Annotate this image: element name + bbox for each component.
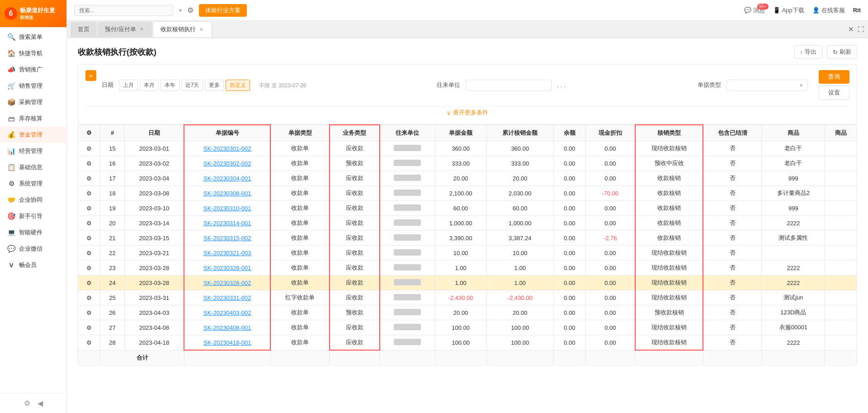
cell-gear[interactable]: ⚙: [78, 290, 100, 305]
cell-balance: 0.00: [554, 186, 585, 201]
cell-date: 2023-03-02: [124, 156, 184, 171]
filter-bill-type-select[interactable]: ▾: [726, 80, 808, 91]
filter-date-buttons: 上月 本月 本年 近7天 更多 自定义: [119, 80, 250, 91]
cell-biz-type: 应收款: [330, 201, 380, 216]
member-icon: V: [7, 262, 15, 269]
sidebar-item-marketing-label: 营销推广: [19, 66, 42, 74]
filter-7days[interactable]: 近7天: [181, 80, 203, 91]
sidebar-item-corp[interactable]: 🤝 企业协同: [0, 192, 66, 208]
col-gear[interactable]: ⚙: [78, 125, 100, 141]
cell-include-settled: 否: [703, 156, 762, 171]
cell-writeoff-type: 现结收款核销: [635, 141, 703, 156]
cell-partner: [380, 201, 435, 216]
sidebar-item-inventory[interactable]: 🗃 库存核算: [0, 110, 66, 127]
cell-gear[interactable]: ⚙: [78, 246, 100, 261]
table-row: ⚙ 16 2023-03-02 SK-20230302-002 收款单 预收款 …: [78, 156, 857, 171]
cell-writeoff-type: 收款核销: [635, 171, 703, 186]
cell-writeoff-amount: 20.00: [486, 171, 553, 186]
cell-gear[interactable]: ⚙: [78, 320, 100, 335]
cell-gear[interactable]: ⚙: [78, 201, 100, 216]
sidebar-item-basic-label: 基础信息: [19, 163, 42, 171]
cell-gear[interactable]: ⚙: [78, 231, 100, 246]
cell-balance: 0.00: [554, 335, 585, 351]
filter-partner-dots[interactable]: ...: [557, 81, 567, 89]
cell-gear[interactable]: ⚙: [78, 216, 100, 231]
cell-gear[interactable]: ⚙: [78, 275, 100, 290]
cell-discount: 0.00: [585, 141, 635, 156]
cell-no: 23: [100, 261, 124, 275]
sidebar-item-marketing[interactable]: 📣 营销推广: [0, 62, 66, 78]
tab-prepay[interactable]: 预付/应付单 ✕: [98, 22, 152, 37]
filter-more-date[interactable]: 更多: [205, 80, 224, 91]
user-area[interactable]: Rit: [853, 7, 861, 14]
sidebar-item-member[interactable]: V 畅会员: [0, 257, 66, 273]
topbar-gear-icon[interactable]: ⚙: [187, 6, 193, 14]
query-button[interactable]: 查询: [819, 70, 849, 84]
cell-product: 测试多属性: [762, 231, 825, 246]
sidebar-item-guide[interactable]: 🎯 新手引导: [0, 208, 66, 224]
filter-last-month[interactable]: 上月: [119, 80, 138, 91]
topbar-search-input[interactable]: [74, 5, 174, 16]
refresh-button[interactable]: ↻ 刷新: [827, 45, 857, 59]
filter-expand-button[interactable]: »: [85, 70, 96, 81]
filter-this-year[interactable]: 本年: [160, 80, 179, 91]
cell-gear[interactable]: ⚙: [78, 171, 100, 186]
tab-expand-icon[interactable]: ⛶: [858, 25, 864, 33]
export-button[interactable]: ↑ 导出: [794, 45, 823, 59]
solution-button[interactable]: 体验行业方案: [199, 4, 247, 17]
online-service-btn[interactable]: 👤 在线客服: [812, 6, 845, 14]
cell-bill-type: 红字收款单: [270, 290, 329, 305]
collapse-icon[interactable]: ◀: [36, 397, 45, 409]
col-biz-type: 业务类型: [330, 125, 380, 141]
sidebar-item-operation[interactable]: 📊 经营管理: [0, 143, 66, 159]
sidebar-item-sales[interactable]: 🛒 销售管理: [0, 78, 66, 94]
settings-icon[interactable]: ⚙: [22, 397, 32, 409]
col-bill-type: 单据类型: [270, 125, 329, 141]
cell-gear[interactable]: ⚙: [78, 335, 100, 351]
topbar-dropdown-arrow[interactable]: ▾: [179, 7, 182, 14]
app-download-btn[interactable]: 📱 App下载: [773, 6, 804, 14]
sidebar-item-wechat[interactable]: 💬 企业微信: [0, 241, 66, 257]
message-badge[interactable]: 💬 消息 99+: [744, 6, 765, 14]
cell-gear[interactable]: ⚙: [78, 141, 100, 156]
tab-home[interactable]: 首页: [71, 22, 97, 37]
tab-close-all-icon[interactable]: ✕: [848, 25, 854, 33]
cell-partner: [380, 261, 435, 275]
cell-product: 衣服00001: [762, 320, 825, 335]
tab-prepay-close[interactable]: ✕: [139, 26, 145, 33]
tab-collection[interactable]: 收款核销执行 ✕: [153, 21, 212, 37]
sidebar-item-basic[interactable]: 📋 基础信息: [0, 159, 66, 176]
cell-date: 2023-03-08: [124, 186, 184, 201]
sidebar-item-search[interactable]: 🔍 搜索菜单: [0, 29, 66, 45]
cell-discount: 0.00: [585, 305, 635, 320]
cell-gear[interactable]: ⚙: [78, 186, 100, 201]
cell-product2: [825, 335, 857, 351]
filter-date-label: 日期: [102, 81, 113, 89]
cell-gear[interactable]: ⚙: [78, 156, 100, 171]
table-row: ⚙ 21 2023-03-15 SK-20230315-002 收款单 应收款 …: [78, 231, 857, 246]
filter-this-month[interactable]: 本月: [140, 80, 159, 91]
expand-more-conditions[interactable]: ∨ 展开更多条件: [85, 106, 849, 119]
cell-gear[interactable]: ⚙: [78, 261, 100, 275]
cell-gear[interactable]: ⚙: [78, 305, 100, 320]
cell-bill-no: SK-20230328-001: [184, 261, 270, 275]
tab-collection-close[interactable]: ✕: [198, 26, 204, 33]
cell-writeoff-amount: 10.00: [486, 246, 553, 261]
sidebar-item-hardware[interactable]: 💻 智能硬件: [0, 224, 66, 241]
col-product: 商品: [762, 125, 825, 141]
cell-date: 2023-03-21: [124, 246, 184, 261]
sidebar-item-shortcut[interactable]: 🏠 快捷导航: [0, 45, 66, 62]
sidebar-item-purchase[interactable]: 📦 采购管理: [0, 94, 66, 110]
filter-custom-date[interactable]: 自定义: [226, 80, 250, 91]
cell-amount: 1,000.00: [435, 216, 486, 231]
sidebar-item-finance[interactable]: 💰 资金管理: [0, 127, 66, 143]
phone-icon: 📱: [773, 7, 780, 14]
cell-discount: 0.00: [585, 275, 635, 290]
sidebar-item-system[interactable]: ⚙ 系统管理: [0, 176, 66, 192]
app-download-label: App下载: [782, 6, 804, 14]
cell-writeoff-type: 预收款核销: [635, 305, 703, 320]
settings-button[interactable]: 设置: [819, 85, 849, 100]
cell-biz-type: 应收款: [330, 320, 380, 335]
cell-discount: 0.00: [585, 156, 635, 171]
filter-partner-input[interactable]: [466, 80, 552, 91]
